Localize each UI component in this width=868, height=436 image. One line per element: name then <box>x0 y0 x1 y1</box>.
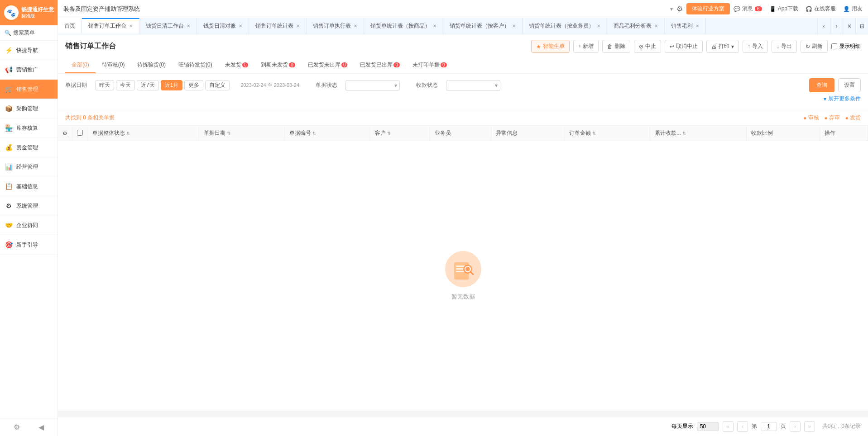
add-button[interactable]: + 新增 <box>573 40 599 53</box>
tab-close-cash-reconcile[interactable]: ✕ <box>239 24 242 28</box>
subtab-shipped-no-out[interactable]: 已发货未出库0 <box>302 57 354 73</box>
topbar-user[interactable]: 👤 用友 <box>843 5 863 13</box>
col-amount[interactable]: 订单金额 ⇅ <box>564 126 650 141</box>
page-number-input[interactable] <box>761 422 777 431</box>
sidebar-settings-icon[interactable]: ⚙ <box>14 423 20 431</box>
show-detail-checkbox[interactable] <box>831 43 837 49</box>
filter-date-7days[interactable]: 近7天 <box>137 80 159 90</box>
last-page-button[interactable]: » <box>804 421 815 432</box>
sidebar-item-inventory[interactable]: 🏪 库存核算 <box>0 118 58 138</box>
topbar-app-download[interactable]: 📱 App下载 <box>769 5 798 13</box>
tab-close-unified-staff[interactable]: ✕ <box>597 24 600 28</box>
tab-sales-unified-staff[interactable]: 销货单统计表（按业务员） ✕ <box>523 18 607 34</box>
subtab-all[interactable]: 全部(0) <box>65 57 96 73</box>
tab-sales-amount[interactable]: 销售毛利 ✕ <box>665 18 706 34</box>
page-size-label: 每页显示 <box>671 422 693 430</box>
subtab-unshipped[interactable]: 未发货0 <box>219 57 255 73</box>
refresh-button[interactable]: ↻ 刷新 <box>801 40 828 53</box>
sidebar-item-search[interactable]: 🔍 搜索菜单 <box>0 25 58 41</box>
tab-close-sales-amount[interactable]: ✕ <box>695 24 699 28</box>
first-page-button[interactable]: « <box>723 421 734 432</box>
stop-button[interactable]: ⊘ 中止 <box>634 40 661 53</box>
select-all-checkbox[interactable] <box>77 130 83 136</box>
unaudit-button[interactable]: ● 弃审 <box>825 114 840 122</box>
tab-close-unified-customer[interactable]: ✕ <box>512 24 516 28</box>
review-button[interactable]: ● 审核 <box>803 114 819 122</box>
filter-date-more[interactable]: 更多 <box>184 80 203 90</box>
tab-nav-next[interactable]: › <box>830 18 843 34</box>
subtab-shipped-out[interactable]: 已发货已出库0 <box>354 57 406 73</box>
sidebar-item-purchase[interactable]: 📦 采购管理 <box>0 99 58 118</box>
col-collected[interactable]: 累计收款... ⇅ <box>650 126 746 141</box>
tab-product-margin[interactable]: 商品毛利分析表 ✕ <box>607 18 665 34</box>
sidebar-item-sales[interactable]: 🛒 销售管理 <box>0 80 58 99</box>
horizontal-scrollbar[interactable] <box>58 411 868 416</box>
status-select[interactable] <box>345 80 400 91</box>
tab-sales-unified-customer[interactable]: 销货单统计表（按客户） ✕ <box>443 18 523 34</box>
show-detail-checkbox-label[interactable]: 显示明细 <box>831 43 861 50</box>
collect-select[interactable] <box>446 80 500 91</box>
tab-close-cash-daily[interactable]: ✕ <box>187 24 190 28</box>
col-number[interactable]: 单据编号 ⇅ <box>284 126 370 141</box>
tab-sales-order-workbench[interactable]: 销售订单工作台 ✕ <box>82 18 139 34</box>
sidebar-item-system[interactable]: ⚙ 系统管理 <box>0 196 58 216</box>
topbar-settings-icon[interactable]: ⚙ <box>676 5 683 13</box>
import-button[interactable]: ↑ 导入 <box>743 40 768 53</box>
filter-date-today[interactable]: 今天 <box>116 80 135 90</box>
sidebar-item-guide[interactable]: 🎯 新手引导 <box>0 235 58 255</box>
sidebar-item-business[interactable]: 📊 经营管理 <box>0 157 58 177</box>
tab-close-product-margin[interactable]: ✕ <box>654 24 658 28</box>
tab-sales-stats[interactable]: 销售订单统计表 ✕ <box>249 18 307 34</box>
sidebar-item-finance[interactable]: 💰 资金管理 <box>0 138 58 157</box>
topbar-message[interactable]: 💬 消息 6 <box>734 5 762 13</box>
industry-plan-button[interactable]: 体验行业方案 <box>686 3 730 14</box>
expand-conditions[interactable]: ▾ 展开更多条件 <box>824 95 861 103</box>
tab-sales-unified-product[interactable]: 销货单统计表（按商品） ✕ <box>364 18 443 34</box>
inventory-icon: 🏪 <box>5 124 13 132</box>
tab-cash-daily[interactable]: 钱货日清工作台 ✕ <box>139 18 197 34</box>
filter-date-custom[interactable]: 自定义 <box>205 80 230 90</box>
sidebar-collapse-icon[interactable]: ◀ <box>38 423 44 431</box>
export-button[interactable]: ↓ 导出 <box>772 40 797 53</box>
col-abnormal[interactable]: 异常信息 <box>491 126 564 141</box>
subtab-pending-review[interactable]: 待审核(0) <box>96 57 131 73</box>
prev-page-button[interactable]: ‹ <box>737 421 748 432</box>
col-config[interactable]: ⚙ <box>58 126 72 141</box>
subtab-overdue-unshipped[interactable]: 到期未发货0 <box>254 57 302 73</box>
tab-nav-expand[interactable]: ⊡ <box>855 18 868 34</box>
filter-date-yesterday[interactable]: 昨天 <box>95 80 114 90</box>
topbar-online-service[interactable]: 🎧 在线客服 <box>806 5 836 13</box>
sidebar-item-marketing[interactable]: 📢 营销推广 <box>0 60 58 80</box>
tab-sales-exec[interactable]: 销售订单执行表 ✕ <box>307 18 364 34</box>
tab-nav-prev[interactable]: ‹ <box>817 18 830 34</box>
delete-button[interactable]: 🗑 删除 <box>602 40 630 53</box>
filter-date-1month[interactable]: 近1月 <box>161 80 183 90</box>
tab-close-sales-stats[interactable]: ✕ <box>296 24 300 28</box>
query-button[interactable]: 查询 <box>809 78 834 92</box>
col-status[interactable]: 单据整体状态 ⇅ <box>88 126 199 141</box>
tab-close-sales-order[interactable]: ✕ <box>129 24 133 28</box>
smart-create-button[interactable]: ★ 智能生单 <box>531 40 570 53</box>
tab-nav-close[interactable]: ✕ <box>843 18 855 34</box>
sidebar-item-base-info[interactable]: 📋 基础信息 <box>0 177 58 196</box>
set-button[interactable]: 设置 <box>838 78 861 92</box>
tab-home[interactable]: 首页 <box>58 18 82 34</box>
next-page-button[interactable]: › <box>790 421 801 432</box>
col-config-icon[interactable]: ⚙ <box>62 130 67 137</box>
page-size-select[interactable]: 50 10 20 100 <box>697 422 719 431</box>
col-date[interactable]: 单据日期 ⇅ <box>199 126 284 141</box>
tab-close-unified-product[interactable]: ✕ <box>433 24 436 28</box>
tab-close-sales-exec[interactable]: ✕ <box>354 24 357 28</box>
ship-button[interactable]: ● 发货 <box>845 114 861 122</box>
sidebar-item-enterprise[interactable]: 🤝 企业协同 <box>0 216 58 235</box>
sidebar-item-quick-nav[interactable]: ⚡ 快捷导航 <box>0 41 58 60</box>
print-button[interactable]: 🖨 打印 ▾ <box>706 40 739 53</box>
col-customer[interactable]: 客户 ⇅ <box>370 126 430 141</box>
cancel-stop-button[interactable]: ↩ 取消中止 <box>665 40 703 53</box>
subtab-unprinted[interactable]: 未打印单据0 <box>406 57 453 73</box>
subtab-wangpu-pending[interactable]: 旺铺待发货(0) <box>172 57 219 73</box>
tab-cash-reconcile[interactable]: 钱货日清对账 ✕ <box>197 18 249 34</box>
expand-icon[interactable]: ▾ <box>670 6 673 12</box>
subtab-pending-inspect[interactable]: 待拣验货(0) <box>131 57 172 73</box>
col-staff[interactable]: 业务员 <box>430 126 491 141</box>
